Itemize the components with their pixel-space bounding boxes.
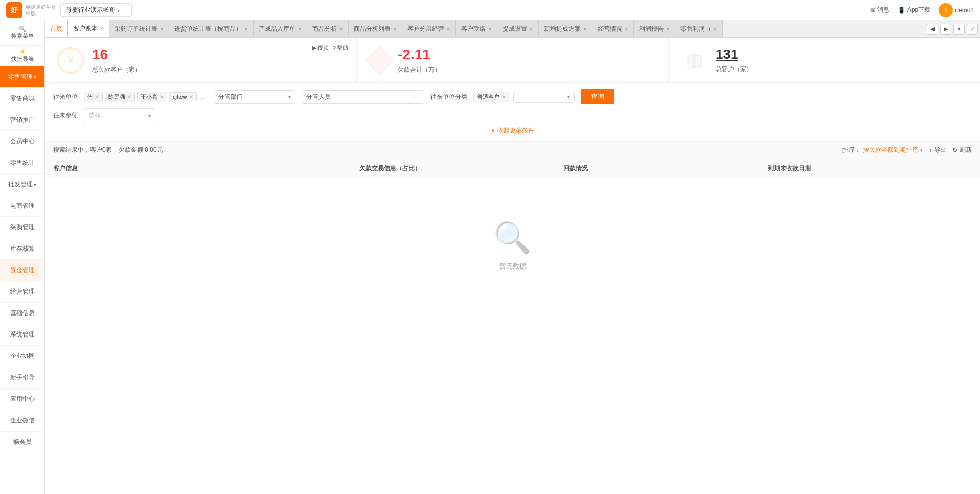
col-repay: 回款情况: [563, 164, 767, 173]
logo-icon: 好: [6, 2, 22, 18]
tab-prev-button[interactable]: ◀: [927, 24, 938, 35]
stats-row: ¥ 16 总欠款客户（家） ▶ 视频 ? 帮助: [45, 38, 980, 83]
data-table: 客户信息 欠款交易信息（占比） 回款情况 到期未收款日期 🔍 暂无数据: [45, 159, 980, 312]
stat-debt-customers: ¥ 16 总欠款客户（家） ▶ 视频 ? 帮助: [45, 38, 357, 82]
company-selector[interactable]: 母婴行业演示帐套: [60, 3, 132, 17]
sort-dropdown-icon: ▾: [920, 148, 923, 153]
tab-close-icon[interactable]: ✕: [713, 26, 717, 32]
sidebar-item-ecommerce[interactable]: 电商管理: [0, 195, 44, 217]
user-menu[interactable]: d demo2: [939, 3, 974, 17]
sidebar-item-retail-manage[interactable]: 零售管理 ▾: [0, 66, 44, 88]
tab-close-icon[interactable]: ✕: [666, 26, 670, 32]
sidebar-item-purchase[interactable]: 采购管理: [0, 217, 44, 238]
stat-text-1: 16 总欠款客户（家）: [92, 46, 141, 74]
remove-tag-4-button[interactable]: ✕: [189, 94, 193, 100]
unit-type-dropdown-icon: [567, 93, 570, 100]
top-bar-right: ✉ 消息 📱 App下载 d demo2: [870, 3, 974, 17]
sidebar-quick-nav[interactable]: ⚡ 快捷导航: [0, 46, 44, 66]
video-button[interactable]: ▶ 视频: [312, 44, 329, 52]
sidebar-item-enterprise-collab[interactable]: 企业协同: [0, 346, 44, 367]
tab-next-button[interactable]: ▶: [940, 24, 951, 35]
tab-menu-button[interactable]: ▾: [953, 24, 965, 35]
result-actions: 排序： 按欠款金额到期排序 ▾ ↑ 导出 ↻ 刷新: [842, 146, 972, 154]
tab-customer-tier[interactable]: 客户分层经营 ✕: [402, 20, 456, 38]
filter-tag-3: 王小亮 ✕: [137, 92, 167, 102]
sidebar-item-retail-stats[interactable]: 零售统计: [0, 152, 44, 174]
tab-purchase-order[interactable]: 采购订单统计表 ✕: [109, 20, 169, 38]
stat-total-customers: 🏢 131 总客户（家）: [669, 38, 980, 82]
tab-close-icon[interactable]: ✕: [159, 26, 164, 32]
yuan-icon: ¥: [57, 47, 84, 74]
tab-close-icon[interactable]: ✕: [529, 26, 533, 32]
stat-text-2: -2.11 欠款合计（万）: [398, 46, 441, 74]
tab-close-icon[interactable]: ✕: [488, 26, 492, 32]
tab-product-in[interactable]: 产成品入库单 ✕: [254, 20, 307, 38]
message-button[interactable]: ✉ 消息: [870, 6, 890, 14]
sidebar-item-enterprise-wx[interactable]: 企业微信: [0, 410, 44, 432]
stat-value-3: 131: [716, 47, 753, 62]
refresh-button[interactable]: ↻ 刷新: [952, 146, 972, 154]
remainder-selector[interactable]: 选择...: [84, 108, 155, 122]
sort-action[interactable]: 排序： 按欠款金额到期排序 ▾: [842, 146, 923, 154]
tab-close-icon[interactable]: ✕: [624, 26, 628, 32]
more-tags-button[interactable]: ...: [199, 94, 208, 100]
dept-selector[interactable]: 分管部门: [214, 90, 295, 104]
tab-retail-profit[interactable]: 零售利润（ ✕: [675, 20, 723, 38]
sidebar-item-app-center[interactable]: 应用中心: [0, 389, 44, 410]
avatar: d: [939, 3, 953, 17]
sidebar-item-wholesale[interactable]: 批发管理 ▾: [0, 174, 44, 195]
export-button[interactable]: ↑ 导出: [929, 146, 946, 154]
sidebar-item-vip-member[interactable]: 畅会员: [0, 432, 44, 453]
tab-close-icon[interactable]: ✕: [100, 26, 104, 31]
sidebar-item-capital[interactable]: 资金管理: [0, 260, 44, 281]
sidebar-item-inventory[interactable]: 库存核算: [0, 238, 44, 260]
sidebar-search[interactable]: 🔍 搜索菜单: [0, 20, 44, 46]
tab-close-icon[interactable]: ✕: [339, 26, 343, 32]
tab-product-analysis[interactable]: 商品分析 ✕: [307, 20, 349, 38]
sidebar-item-system[interactable]: 系统管理: [0, 324, 44, 346]
tab-operation-status[interactable]: 经营情况 ✕: [592, 20, 634, 38]
tab-new-promotion[interactable]: 新增提成方案 ✕: [539, 20, 592, 38]
tab-close-icon[interactable]: ✕: [446, 26, 450, 32]
diamond-icon: [365, 46, 394, 75]
sidebar-item-marketing[interactable]: 营销推广: [0, 109, 44, 131]
tab-expand-button[interactable]: ⤢: [967, 24, 978, 35]
chevron-down-icon: ▾: [34, 75, 36, 80]
tab-promotion-settings[interactable]: 提成设置 ✕: [497, 20, 539, 38]
sidebar-item-retail-mall[interactable]: 零售商城: [0, 88, 44, 109]
remove-tag-3-button[interactable]: ✕: [159, 94, 164, 100]
filter-tag-1: 伍 ✕: [84, 92, 103, 102]
stat-label-2: 欠款合计（万）: [398, 65, 441, 74]
person-selector[interactable]: 分管人员 ···: [302, 90, 424, 104]
sort-value[interactable]: 按欠款金额到期排序: [863, 146, 918, 154]
remove-tag-2-button[interactable]: ✕: [127, 94, 131, 100]
query-button[interactable]: 查询: [581, 89, 614, 104]
tab-profit-report[interactable]: 利润报告 ✕: [634, 20, 675, 38]
col-customer: 客户信息: [53, 164, 359, 173]
chevron-down-icon2: ▾: [34, 182, 36, 187]
unit-label: 往来单位: [53, 93, 78, 101]
tab-bar: 首页 客户账本 ✕ 采购订单统计表 ✕ 进货单统计表（按商品） ✕ 产成品入库单…: [45, 20, 980, 38]
tab-customer-cost[interactable]: 客户账本 ✕: [68, 20, 109, 38]
tab-incoming-stats[interactable]: 进货单统计表（按商品） ✕: [169, 20, 254, 38]
remove-type-tag-1-button[interactable]: ✕: [502, 94, 506, 100]
main-layout: 🔍 搜索菜单 ⚡ 快捷导航 零售管理 ▾ 零售商城 营销推广 会员中心 零售统计…: [0, 20, 980, 494]
sidebar-item-operation[interactable]: 经营管理: [0, 281, 44, 303]
sidebar-item-member-center[interactable]: 会员中心: [0, 131, 44, 152]
sidebar-item-basic-info[interactable]: 基础信息: [0, 303, 44, 324]
app-download-button[interactable]: 📱 App下载: [898, 6, 930, 14]
unit-type-selector[interactable]: [513, 91, 575, 103]
tab-close-icon[interactable]: ✕: [244, 26, 248, 32]
person-ellipsis[interactable]: ···: [411, 93, 420, 100]
help-button[interactable]: ? 帮助: [333, 44, 348, 52]
remove-tag-1-button[interactable]: ✕: [95, 94, 99, 100]
collapse-button[interactable]: ∧ 收起更多条件: [53, 126, 972, 135]
tab-customer-contact[interactable]: 客户联络 ✕: [456, 20, 497, 38]
tab-product-analysis-list[interactable]: 商品分析列表 ✕: [349, 20, 402, 38]
sidebar-item-new-guide[interactable]: 新手引导: [0, 367, 44, 389]
remainder-dropdown-icon: [148, 112, 151, 119]
tab-close-icon[interactable]: ✕: [393, 26, 397, 32]
tab-close-icon[interactable]: ✕: [583, 26, 587, 32]
tab-home[interactable]: 首页: [45, 20, 68, 38]
tab-close-icon[interactable]: ✕: [298, 26, 302, 32]
